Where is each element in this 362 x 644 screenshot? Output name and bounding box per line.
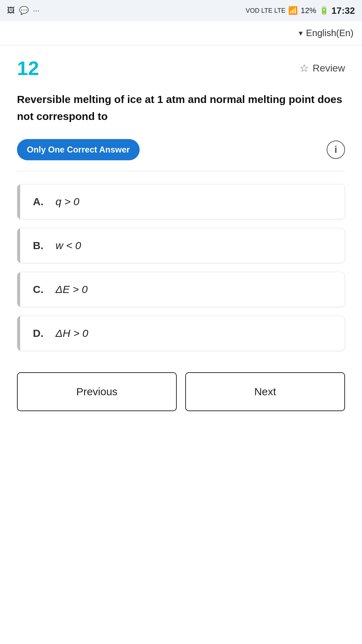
- option-b-content: B. w < 0: [20, 228, 345, 263]
- option-a[interactable]: A. q > 0: [17, 184, 345, 219]
- options-list: A. q > 0 B. w < 0 C. ΔE > 0 D. ΔH > 0: [17, 184, 345, 351]
- option-b[interactable]: B. w < 0: [17, 228, 345, 263]
- next-button[interactable]: Next: [185, 372, 345, 411]
- dots-icon: ···: [33, 6, 39, 15]
- badge-row: Only One Correct Answer i: [17, 139, 345, 160]
- language-bar: ▾ English(En): [0, 21, 362, 45]
- image-icon: 🖼: [7, 6, 15, 15]
- option-c-text: ΔE > 0: [56, 283, 88, 295]
- option-a-text: q > 0: [56, 196, 80, 208]
- network-label: VOD LTE LTE: [246, 7, 285, 15]
- review-button[interactable]: ☆ Review: [299, 62, 345, 74]
- option-c-label: C.: [33, 283, 47, 295]
- nav-buttons: Previous Next: [17, 372, 345, 428]
- status-right: VOD LTE LTE 📶 12% 🔋 17:32: [246, 5, 355, 16]
- time-label: 17:32: [332, 5, 355, 16]
- chevron-down-icon: ▾: [299, 29, 303, 38]
- option-c[interactable]: C. ΔE > 0: [17, 272, 345, 307]
- language-selector[interactable]: ▾ English(En): [299, 28, 354, 39]
- battery-label: 12%: [300, 6, 316, 15]
- option-d[interactable]: D. ΔH > 0: [17, 316, 345, 351]
- previous-button[interactable]: Previous: [17, 372, 177, 411]
- option-d-label: D.: [33, 327, 47, 339]
- option-b-bar: [17, 228, 20, 263]
- language-label: English(En): [306, 28, 354, 39]
- signal-icon: 📶: [288, 6, 298, 15]
- status-bar: 🖼 💬 ··· VOD LTE LTE 📶 12% 🔋 17:32: [0, 0, 362, 21]
- answer-type-badge: Only One Correct Answer: [17, 139, 140, 160]
- option-b-text: w < 0: [56, 240, 81, 252]
- option-d-bar: [17, 316, 20, 351]
- question-number: 12: [17, 57, 39, 80]
- divider: [17, 171, 345, 171]
- review-label: Review: [313, 63, 345, 74]
- option-b-label: B.: [33, 240, 47, 252]
- question-header: 12 ☆ Review: [17, 57, 345, 80]
- option-d-text: ΔH > 0: [56, 327, 88, 339]
- option-c-bar: [17, 272, 20, 307]
- star-icon: ☆: [299, 62, 309, 74]
- option-a-bar: [17, 184, 20, 219]
- info-icon[interactable]: i: [327, 140, 345, 159]
- battery-icon: 🔋: [319, 6, 329, 15]
- status-icons: 🖼 💬 ···: [7, 6, 39, 15]
- info-symbol: i: [334, 144, 337, 155]
- option-d-content: D. ΔH > 0: [20, 316, 345, 351]
- option-a-label: A.: [33, 196, 47, 208]
- option-a-content: A. q > 0: [20, 184, 345, 219]
- main-content: 12 ☆ Review Reversible melting of ice at…: [0, 45, 362, 439]
- chat-icon: 💬: [19, 6, 29, 15]
- option-c-content: C. ΔE > 0: [20, 272, 345, 307]
- question-text: Reversible melting of ice at 1 atm and n…: [17, 91, 345, 125]
